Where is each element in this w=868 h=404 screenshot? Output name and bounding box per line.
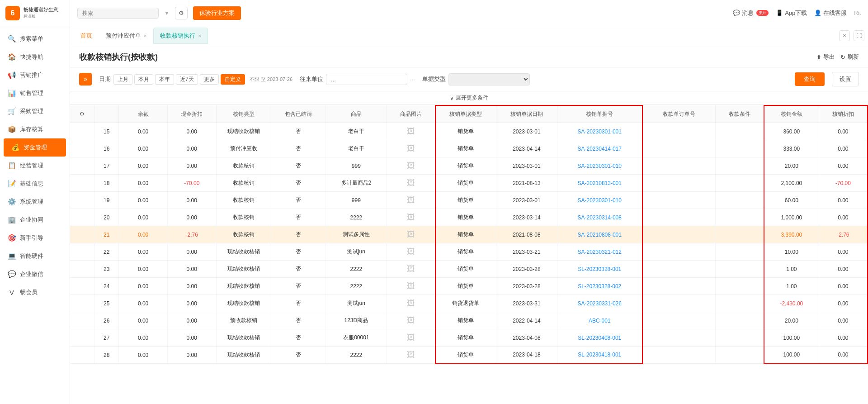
- sidebar-item-enterprise[interactable]: 🏢企业协同: [0, 211, 70, 229]
- search-input[interactable]: [77, 8, 159, 19]
- date-shortcut-上月[interactable]: 上月: [113, 74, 132, 85]
- bill-no-link[interactable]: SA-20210808-001: [578, 232, 622, 238]
- date-shortcut-本月[interactable]: 本月: [134, 74, 153, 85]
- row-settings[interactable]: [70, 140, 94, 157]
- row-settings[interactable]: [70, 226, 94, 243]
- row-settings[interactable]: [70, 295, 94, 312]
- tab-home[interactable]: 首页: [74, 28, 99, 44]
- row-cash-discount: 0.00: [167, 329, 216, 347]
- online-service-btn[interactable]: 👤 在线客服: [814, 9, 847, 17]
- row-settings[interactable]: [70, 261, 94, 278]
- bill-no-link[interactable]: SA-20230314-008: [578, 214, 622, 221]
- bill-no-link[interactable]: SL-20230328-002: [578, 283, 621, 290]
- query-button[interactable]: 查询: [795, 72, 825, 86]
- bill-no-link[interactable]: SA-20230301-001: [578, 128, 622, 135]
- sidebar-item-operations[interactable]: 📋经营管理: [0, 157, 70, 175]
- bill-no-link[interactable]: SA-20230331-026: [578, 300, 622, 307]
- bill-no-link[interactable]: SL-20230328-001: [578, 266, 621, 272]
- refresh-button[interactable]: ↻ 刷新: [840, 53, 859, 61]
- row-verify-bill-no[interactable]: SA-20230321-012: [557, 243, 642, 261]
- sidebar-item-hardware[interactable]: 💻智能硬件: [0, 247, 70, 265]
- row-verify-bill-no[interactable]: SL-20230418-001: [557, 347, 642, 364]
- row-verify-bill-no[interactable]: SA-20230301-010: [557, 192, 642, 209]
- sidebar-item-label: 企业协同: [20, 216, 43, 224]
- row-verify-bill-date: 2023-04-18: [496, 347, 557, 364]
- row-verify-bill-no[interactable]: SL-20230408-001: [557, 329, 642, 347]
- row-settings[interactable]: [70, 312, 94, 329]
- marketing-icon: 📢: [7, 71, 16, 80]
- sidebar-item-finance[interactable]: 💰资金管理: [4, 138, 66, 157]
- sidebar-item-marketing[interactable]: 📢营销推广: [0, 66, 70, 84]
- date-shortcut-近7天[interactable]: 近7天: [176, 74, 198, 85]
- date-shortcut-本年[interactable]: 本年: [155, 74, 174, 85]
- row-receipt-condition: [715, 123, 764, 140]
- app-download-btn[interactable]: 📱 App下载: [776, 9, 807, 17]
- bill-no-link[interactable]: SL-20230418-001: [578, 352, 621, 358]
- sidebar-item-search[interactable]: 🔍搜索菜单: [0, 30, 70, 48]
- tab-close-icon[interactable]: ×: [198, 33, 201, 38]
- sidebar-item-quick-nav[interactable]: 🏠快捷导航: [0, 48, 70, 66]
- topbar-right: 💬 消息 99+ 📱 App下载 👤 在线客服 Rit: [733, 9, 861, 17]
- row-goods-image: 🖼: [387, 347, 435, 364]
- bill-type-select[interactable]: [448, 73, 530, 86]
- row-verify-bill-no[interactable]: SA-20210808-001: [557, 226, 642, 243]
- sidebar-item-wechat[interactable]: 💬企业微信: [0, 265, 70, 283]
- source-input[interactable]: [326, 74, 407, 85]
- solution-button[interactable]: 休验行业方案: [193, 6, 241, 20]
- table-wrap[interactable]: ⚙余额现金折扣核销类型包含已结清商品商品图片核销单据类型核销单据日期核销单据号收…: [70, 105, 868, 404]
- sidebar-item-system[interactable]: ⚙️系统管理: [0, 193, 70, 211]
- expand-down-icon: ∨: [450, 95, 454, 101]
- row-verify-bill-no[interactable]: SL-20230328-002: [557, 278, 642, 295]
- filter-expand-button[interactable]: »: [79, 73, 92, 86]
- tab-receivable[interactable]: 收款核销执行×: [153, 28, 208, 44]
- row-settings[interactable]: [70, 278, 94, 295]
- row-verify-type: 现结收款核销: [216, 329, 271, 347]
- col-settings[interactable]: ⚙: [70, 105, 94, 123]
- row-verify-bill-no[interactable]: ABC-001: [557, 312, 642, 329]
- bill-no-link[interactable]: SA-20230301-010: [578, 163, 622, 169]
- row-receipt-condition: [715, 278, 764, 295]
- settings-gear-icon[interactable]: ⚙: [175, 7, 188, 19]
- bill-no-link[interactable]: SA-20210813-001: [578, 180, 622, 186]
- row-verify-bill-no[interactable]: SA-20210813-001: [557, 175, 642, 192]
- bill-no-link[interactable]: SA-20230414-017: [578, 146, 622, 152]
- date-shortcut-更多[interactable]: 更多: [200, 74, 219, 85]
- tab-close-icon[interactable]: ×: [144, 33, 146, 38]
- bill-no-link[interactable]: SL-20230408-001: [578, 335, 621, 341]
- maximize-btn[interactable]: ⛶: [854, 30, 864, 41]
- sidebar-item-member[interactable]: V畅会员: [0, 283, 70, 301]
- table-row: 180.00-70.00收款核销否多计量商品2🖼销货单2021-08-13SA-…: [70, 175, 868, 192]
- row-settings[interactable]: [70, 157, 94, 175]
- sidebar-item-purchase[interactable]: 🛒采购管理: [0, 102, 70, 120]
- row-settings[interactable]: [70, 192, 94, 209]
- bill-no-link[interactable]: ABC-001: [589, 318, 611, 324]
- tab-prepay[interactable]: 预付冲应付单×: [99, 28, 153, 44]
- row-verify-bill-no[interactable]: SL-20230328-001: [557, 261, 642, 278]
- custom-date-btn[interactable]: 自定义: [221, 74, 245, 85]
- messages-btn[interactable]: 💬 消息 99+: [733, 9, 769, 17]
- expand-more-bar[interactable]: ∨ 展开更多条件: [70, 91, 868, 105]
- sidebar-item-inventory[interactable]: 📦库存核算: [0, 120, 70, 138]
- row-cash-discount: 0.00: [167, 209, 216, 226]
- settings-button[interactable]: 设置: [832, 72, 859, 86]
- row-settings[interactable]: [70, 347, 94, 364]
- row-goods-image: 🖼: [387, 226, 435, 243]
- row-settings[interactable]: [70, 123, 94, 140]
- minimize-btn[interactable]: ×: [839, 30, 850, 41]
- row-settings[interactable]: [70, 209, 94, 226]
- row-settings[interactable]: [70, 329, 94, 347]
- row-verify-amount: -2,430.00: [764, 295, 819, 312]
- sidebar-item-sales[interactable]: 📊销售管理: [0, 84, 70, 102]
- row-verify-bill-no[interactable]: SA-20230314-008: [557, 209, 642, 226]
- sidebar-item-basic-info[interactable]: 📝基础信息: [0, 175, 70, 193]
- row-verify-bill-no[interactable]: SA-20230301-001: [557, 123, 642, 140]
- row-verify-bill-no[interactable]: SA-20230414-017: [557, 140, 642, 157]
- bill-no-link[interactable]: SA-20230321-012: [578, 249, 622, 255]
- sidebar-item-guide[interactable]: 🎯新手引导: [0, 229, 70, 247]
- row-verify-bill-no[interactable]: SA-20230301-010: [557, 157, 642, 175]
- row-settings[interactable]: [70, 243, 94, 261]
- row-verify-bill-no[interactable]: SA-20230331-026: [557, 295, 642, 312]
- bill-no-link[interactable]: SA-20230301-010: [578, 197, 622, 204]
- row-settings[interactable]: [70, 175, 94, 192]
- export-button[interactable]: ⬆ 导出: [816, 53, 835, 61]
